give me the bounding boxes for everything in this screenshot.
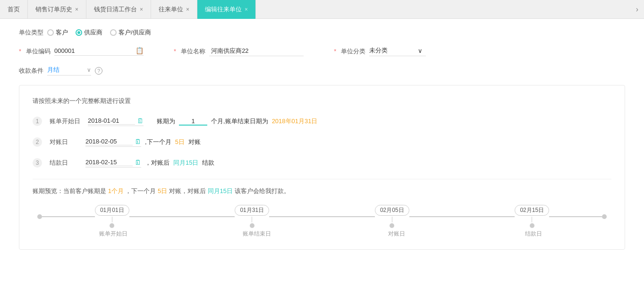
timeline-label-2: 账单结束日 [243,230,271,238]
timeline-pill-2: 01月31日 [235,205,269,216]
preview-reconcile-day: 5日 [158,187,167,194]
timeline-dot-1 [110,223,114,228]
unit-name-label: 单位名称 [181,47,205,56]
timeline-label-4: 结款日 [522,230,545,238]
step-1-content: 🗓 账期为 个月,账单结束日期为 2018年01月31日 [88,117,317,126]
tab-edit-counterparty-label: 编辑往来单位 [205,5,242,14]
unit-category-required: * [334,48,336,55]
timeline-line-2 [269,216,375,217]
timeline-pill-4: 02月15日 [515,205,549,216]
tab-sales-history[interactable]: 销售订单历史 × [28,0,86,19]
step-2-date-input[interactable] [85,138,133,145]
timeline-tick-4 [532,217,532,222]
timeline-tick-3 [392,217,392,222]
unit-category-value: 未分类 [369,46,388,55]
tab-counterparty[interactable]: 往来单位 × [151,0,197,19]
payment-terms-help-icon[interactable]: ? [95,67,102,75]
payment-terms-label: 收款条件 [19,67,43,75]
category-chevron-icon: ∨ [418,47,423,54]
unit-type-label: 单位类型 [19,28,43,37]
timeline-point-4: 02月15日 [515,205,549,228]
settings-title: 请按照未来的一个完整帐期进行设置 [33,97,611,105]
radio-both-circle [110,29,117,36]
radio-customer[interactable]: 客户 [47,28,68,37]
step-3-date-input[interactable] [85,159,133,166]
step-2-label: 对账日 [50,138,78,146]
step-2-number: 2 [33,137,42,147]
step-1-date-input-wrap: 🗓 [88,117,144,126]
radio-both[interactable]: 客户/供应商 [110,28,151,37]
payment-terms-chevron: ∨ [87,67,91,73]
tab-edit-counterparty[interactable]: 编辑往来单位 × [197,0,256,19]
timeline-right-dot [602,214,607,219]
timeline-dot-3 [390,223,394,228]
tab-cash-desk-label: 钱货日清工作台 [94,5,137,14]
timeline-label-3: 对账日 [385,230,408,238]
tab-cash-desk[interactable]: 钱货日清工作台 × [86,0,151,19]
step-2-row: 2 对账日 🗓 ,下一个月 5日 对账 [33,137,611,147]
timeline-left-dot [37,214,42,219]
tab-sales-history-close[interactable]: × [75,6,78,13]
tab-edit-counterparty-close[interactable]: × [245,6,248,13]
unit-code-label: 单位编码 [26,47,51,56]
step-3-row: 3 结款日 🗓 ，对账后 同月15日 结款 [33,158,611,168]
preview-section: 账期预览：当前客户账期是 1个月 ，下一个月 5日 对账，对账后 同月15日 该… [33,179,611,238]
preview-pay-day: 同月15日 [208,187,233,194]
step-3-label: 结款日 [50,159,78,167]
step-1-calendar-icon[interactable]: 🗓 [137,117,144,125]
main-content: 单位类型 客户 供应商 客户/供应商 * 单位编码 [0,19,644,287]
timeline-labels: 账单开始日 账单结束日 对账日 结款日 [33,230,611,238]
payment-terms-field: 收款条件 月结 ∨ ? [19,66,102,76]
unit-name-field: * 单位名称 [174,47,304,56]
radio-supplier-circle [76,29,82,36]
step-2-prefix: ,下一个月 [145,138,171,146]
radio-supplier[interactable]: 供应商 [76,28,102,37]
tab-cash-desk-close[interactable]: × [140,6,143,13]
step-3-date-input-wrap: 🗓 [85,159,141,168]
unit-code-input[interactable] [54,47,134,54]
timeline-line-1 [129,216,235,217]
step-3-number: 3 [33,158,42,168]
preview-suffix: 该客户会给我打款。 [235,187,290,194]
step-1-period-unit: 个月,账单结束日期为 [211,117,268,126]
unit-category-label: 单位分类 [341,47,365,56]
step-1-period-label: 账期为 [157,117,175,126]
unit-code-field: * 单位编码 📋 [19,47,144,56]
unit-category-select[interactable]: 未分类 ∨ [369,46,426,56]
tab-home[interactable]: 首页 [0,0,28,19]
unit-code-icon[interactable]: 📋 [136,47,144,54]
preview-prefix: 账期预览：当前客户账期是 [33,187,106,194]
timeline-line-0 [42,216,95,217]
step-3-calendar-icon[interactable]: 🗓 [135,159,141,166]
timeline-label-1: 账单开始日 [99,230,127,238]
radio-customer-circle [47,29,54,36]
timeline-tick-2 [252,217,252,222]
preview-period: 1个月 [108,187,124,194]
unit-code-input-wrap: 📋 [54,47,144,56]
tab-sales-history-label: 销售订单历史 [35,5,72,14]
tab-counterparty-label: 往来单位 [159,5,183,14]
settings-box: 请按照未来的一个完整帐期进行设置 1 账单开始日 🗓 账期为 个月,账单结束日期… [19,85,625,250]
step-1-number: 1 [33,117,42,126]
radio-customer-label: 客户 [56,28,68,37]
timeline-dot-2 [250,223,254,228]
step-1-label: 账单开始日 [50,117,80,126]
tabs-bar: 首页 销售订单历史 × 钱货日清工作台 × 往来单位 × 编辑往来单位 × › [0,0,644,19]
step-1-date-input[interactable] [88,117,135,125]
tab-counterparty-close[interactable]: × [186,6,189,13]
tab-more-button[interactable]: › [630,5,644,14]
payment-terms-value: 月结 [47,66,85,74]
step-3-suffix: 结款 [202,159,214,167]
step-2-calendar-icon[interactable]: 🗓 [135,138,141,145]
timeline-line-4 [549,216,602,217]
step-2-date-input-wrap: 🗓 [85,138,141,147]
unit-name-input[interactable] [209,47,304,56]
unit-type-field: 单位类型 客户 供应商 客户/供应商 [19,28,151,37]
payment-terms-select[interactable]: 月结 ∨ [47,66,91,76]
step-1-period-input[interactable] [179,118,207,126]
unit-info-row: * 单位编码 📋 * 单位名称 * 单位分类 未分类 ∨ [19,46,625,56]
step-1-end-date: 2018年01月31日 [272,117,318,126]
timeline-point-2: 01月31日 [235,205,269,228]
preview-text: 账期预览：当前客户账期是 1个月 ，下一个月 5日 对账，对账后 同月15日 该… [33,187,611,195]
radio-supplier-label: 供应商 [84,28,102,37]
